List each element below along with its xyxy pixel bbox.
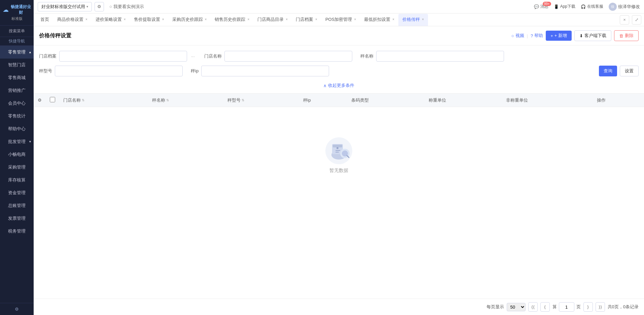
- sort-icon-scale-model[interactable]: ⇅: [242, 98, 244, 102]
- per-page-select[interactable]: 50 20 100: [507, 303, 526, 311]
- filter-area: 门店档案 ··· 门店名称 秤名称: [34, 45, 644, 94]
- sidebar-item-ecommerce[interactable]: 小畅电商: [0, 148, 34, 161]
- sidebar-item-general-ledger[interactable]: 总账管理: [0, 199, 34, 212]
- sidebar-search[interactable]: 搜索菜单: [0, 26, 34, 37]
- prev-page-button[interactable]: ⟨: [540, 302, 550, 312]
- collapse-icon: ∧: [323, 83, 327, 88]
- page-inner: 价格传秤设置 ○ 视频 | ? 帮助 + + 新增: [34, 26, 644, 315]
- online-service-label: 在线客服: [587, 4, 603, 9]
- sidebar-item-retail[interactable]: 零售管理: [0, 46, 34, 59]
- add-button[interactable]: + + 新增: [546, 31, 572, 41]
- tab-close-store-profile[interactable]: ×: [315, 18, 317, 21]
- tab-pos-management[interactable]: POS加密管理 ×: [321, 14, 360, 26]
- tab-min-discount[interactable]: 最低折扣设置 ×: [360, 14, 398, 26]
- filter-scale-name-label: 秤名称: [360, 53, 373, 59]
- tab-sell-price[interactable]: 售价提取设置 ×: [130, 14, 168, 26]
- online-service-button[interactable]: 🎧 在线客服: [581, 4, 603, 9]
- sort-icon-store-name[interactable]: ⇅: [82, 98, 84, 102]
- help-link[interactable]: ? 帮助: [531, 33, 543, 39]
- last-page-button[interactable]: ⟩⟩: [596, 302, 605, 312]
- sidebar-item-purchase[interactable]: 采购管理: [0, 161, 34, 174]
- separator: |: [527, 33, 528, 38]
- username-label: 徐泽华修改: [618, 4, 640, 10]
- filter-scale-ip-input[interactable]: [201, 66, 329, 76]
- tab-store-profile[interactable]: 门店档案 ×: [292, 14, 321, 26]
- tab-home[interactable]: 首页: [36, 14, 53, 26]
- sidebar-settings[interactable]: ⚙: [0, 303, 34, 315]
- app-download-icon: 📱: [554, 4, 559, 9]
- demo-link[interactable]: ○ 我要看实例演示: [109, 4, 144, 10]
- sidebar-quicknav[interactable]: 快捷导航: [0, 37, 34, 46]
- tab-store-catalog[interactable]: 门店商品目录 ×: [253, 14, 292, 26]
- filter-store-name-input[interactable]: [224, 51, 352, 62]
- messages-button[interactable]: 💬 消息 99+: [534, 4, 548, 9]
- tab-close-sale-history[interactable]: ×: [247, 18, 249, 21]
- filter-store-profile-dots[interactable]: ···: [190, 54, 196, 59]
- sidebar-item-tax[interactable]: 税务管理: [0, 225, 34, 238]
- app-download-button[interactable]: 📱 App下载: [554, 4, 575, 9]
- filter-scale-name-input[interactable]: [376, 51, 504, 62]
- user-menu[interactable]: 徐 徐泽华修改: [609, 3, 640, 11]
- environment-arrow: ▾: [86, 5, 88, 8]
- app-name: 畅捷通好业财: [11, 4, 31, 15]
- filter-scale-model-label: 秤型号: [39, 68, 52, 74]
- delete-icon: 🗑: [619, 33, 623, 38]
- tab-close-purchase-history[interactable]: ×: [205, 18, 207, 21]
- tab-close-price-settings[interactable]: ×: [85, 18, 87, 21]
- message-icon: 💬: [534, 4, 539, 9]
- sidebar-item-retail-mall[interactable]: 零售商城: [0, 71, 34, 84]
- filter-scale-model-input[interactable]: [55, 66, 183, 76]
- page-word: 算: [552, 304, 557, 310]
- environment-select[interactable]: 好业财标准版交付试用 ▾: [38, 2, 92, 11]
- expand-tab-button[interactable]: ⤢: [632, 15, 641, 25]
- close-tab-button[interactable]: ×: [620, 15, 629, 25]
- th-action: 操作: [593, 94, 644, 107]
- tab-close-sell-price[interactable]: ×: [162, 18, 164, 21]
- select-all-checkbox[interactable]: [50, 97, 55, 102]
- th-barcode-type: 条码类型: [347, 94, 425, 107]
- sidebar-item-marketing[interactable]: 营销推广: [0, 84, 34, 97]
- query-button[interactable]: 查询: [599, 66, 617, 76]
- topbar-gear-button[interactable]: ⚙: [95, 2, 104, 11]
- collapse-button[interactable]: ∧ 收起更多条件: [39, 80, 639, 91]
- tab-close-pos-management[interactable]: ×: [354, 18, 356, 21]
- video-link[interactable]: ○ 视频: [511, 33, 524, 39]
- sidebar-item-invoice[interactable]: 发票管理: [0, 212, 34, 225]
- sort-icon-scale-name[interactable]: ⇅: [166, 98, 169, 102]
- empty-illustration: [322, 134, 356, 168]
- page-input[interactable]: [559, 302, 574, 312]
- filter-store-profile-label: 门店档案: [39, 53, 57, 59]
- page-unit: 页: [576, 304, 581, 310]
- tab-close-min-discount[interactable]: ×: [392, 18, 394, 21]
- tab-close-purchase-strategy[interactable]: ×: [124, 18, 126, 21]
- filter-store-profile-input[interactable]: [59, 51, 187, 62]
- table-header: ⚙ 门店名称 ⇅ 秤名称: [34, 94, 644, 107]
- tab-close-price-transfer[interactable]: ×: [422, 18, 424, 21]
- tab-purchase-history[interactable]: 采购历史价跟踪 ×: [168, 14, 211, 26]
- th-gear[interactable]: ⚙: [34, 94, 46, 107]
- sidebar-item-help[interactable]: 帮助中心: [0, 123, 34, 135]
- th-weight-unit: 称重单位: [425, 94, 502, 107]
- filter-action-buttons: 查询 设置: [599, 66, 639, 76]
- sidebar-item-smart-store[interactable]: 智慧门店: [0, 59, 34, 71]
- sidebar-item-retail-stats[interactable]: 零售统计: [0, 110, 34, 123]
- sidebar-item-finance[interactable]: 资金管理: [0, 186, 34, 199]
- tab-close-store-catalog[interactable]: ×: [286, 18, 288, 21]
- add-icon: +: [550, 33, 553, 38]
- download-button[interactable]: ⬇ 客户端下载: [574, 30, 611, 41]
- tab-purchase-strategy[interactable]: 进价策略设置 ×: [92, 14, 130, 26]
- demo-icon: ○: [109, 4, 112, 9]
- page-actions: ○ 视频 | ? 帮助 + + 新增 ⬇: [511, 30, 639, 41]
- first-page-button[interactable]: ⟨⟨: [528, 302, 538, 312]
- tab-sale-history[interactable]: 销售历史价跟踪 ×: [211, 14, 253, 26]
- sidebar-item-inventory[interactable]: 库存核算: [0, 174, 34, 186]
- tab-price-transfer[interactable]: 价格传秤 ×: [398, 14, 428, 26]
- sidebar-item-wholesale[interactable]: 批发管理: [0, 135, 34, 148]
- settings-button[interactable]: 设置: [620, 66, 639, 76]
- next-page-button[interactable]: ⟩: [583, 302, 593, 312]
- delete-button[interactable]: 🗑 删除: [614, 30, 639, 41]
- th-checkbox[interactable]: [46, 94, 59, 107]
- sidebar-item-member[interactable]: 会员中心: [0, 97, 34, 110]
- svg-rect-9: [335, 152, 339, 152]
- tab-price-settings[interactable]: 商品价格设置 ×: [53, 14, 92, 26]
